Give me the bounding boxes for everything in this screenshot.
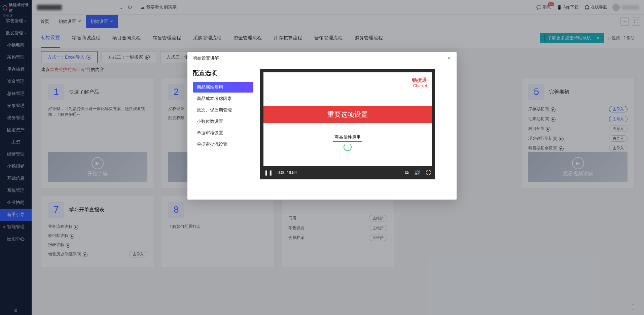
pip-button[interactable]: ⧉ (405, 170, 409, 176)
modal-title: 初始设置讲解 (193, 55, 219, 61)
modal-option-1[interactable]: 商品成本考虑因素 (193, 93, 253, 104)
modal: 初始设置讲解 ✕ 配置选项 商品属性启用商品成本考虑因素批次、保质期管理小数位数… (187, 52, 457, 200)
modal-option-5[interactable]: 单据审批流设置 (193, 139, 253, 150)
modal-option-0[interactable]: 商品属性启用 (193, 82, 253, 93)
modal-close-icon[interactable]: ✕ (447, 56, 451, 61)
modal-overlay[interactable]: 初始设置讲解 ✕ 配置选项 商品属性启用商品成本考虑因素批次、保质期管理小数位数… (0, 0, 644, 315)
modal-option-4[interactable]: 单据审核设置 (193, 128, 253, 138)
video-time: 0:00 / 6:59 (278, 170, 297, 175)
video-brand: 畅捷通 Chanjet (412, 77, 427, 88)
fullscreen-button[interactable]: ⛶ (426, 170, 431, 176)
volume-button[interactable]: 🔊 (414, 170, 421, 176)
video-headline: 重要选项设置 (263, 106, 432, 123)
video-subtitle: 商品属性启用 (263, 134, 432, 142)
video-player: 畅捷通 Chanjet 重要选项设置 商品属性启用 ❚❚ 0:00 / 6:59… (260, 69, 435, 179)
video-controls: ❚❚ 0:00 / 6:59 ⧉ 🔊 ⛶ (260, 166, 435, 179)
modal-section: 配置选项 (193, 69, 253, 77)
pause-button[interactable]: ❚❚ (264, 170, 273, 176)
loading-spinner-icon (344, 143, 352, 151)
modal-option-2[interactable]: 批次、保质期管理 (193, 105, 253, 115)
modal-option-3[interactable]: 小数位数设置 (193, 116, 253, 127)
